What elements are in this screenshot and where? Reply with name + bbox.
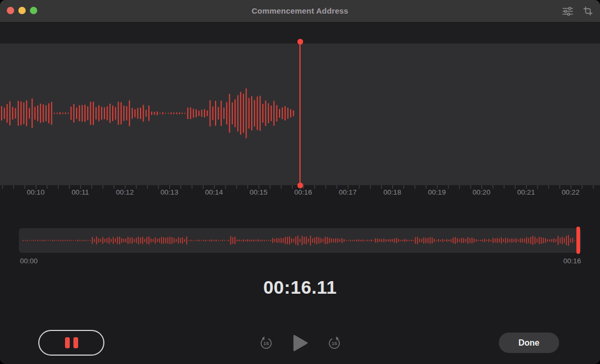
overview-scrubber[interactable] bbox=[19, 228, 581, 253]
voice-memos-window: Commencement Address bbox=[0, 0, 600, 364]
playback-settings-icon[interactable] bbox=[562, 7, 573, 16]
timeline-label: 00:21 bbox=[517, 188, 535, 196]
play-icon bbox=[293, 335, 308, 351]
rewind-15-icon: 15 bbox=[259, 336, 273, 350]
window-title: Commencement Address bbox=[0, 0, 600, 22]
forward-15-icon: 15 bbox=[327, 336, 341, 350]
timeline-label: 00:20 bbox=[473, 188, 490, 196]
title-bar: Commencement Address bbox=[0, 0, 600, 23]
playhead-top-handle[interactable] bbox=[297, 39, 303, 45]
timeline-label: 00:15 bbox=[250, 188, 267, 196]
pause-icon bbox=[73, 337, 78, 348]
forward-15-button[interactable]: 15 bbox=[327, 336, 341, 350]
timeline-label: 00:17 bbox=[339, 188, 357, 196]
svg-text:15: 15 bbox=[263, 341, 269, 346]
done-button[interactable]: Done bbox=[499, 333, 559, 353]
playhead-line bbox=[299, 41, 301, 185]
timeline-label: 00:22 bbox=[562, 188, 580, 196]
play-button[interactable] bbox=[293, 335, 308, 351]
pause-button[interactable] bbox=[38, 330, 104, 356]
timeline-label: 00:12 bbox=[116, 188, 134, 196]
timeline-labels: 00:0900:1000:1100:1200:1300:1400:1500:16… bbox=[0, 188, 600, 199]
timeline-label: 00:16 bbox=[294, 188, 312, 196]
timeline-label: 00:11 bbox=[72, 188, 89, 196]
timeline-label: 00:18 bbox=[383, 188, 401, 196]
rewind-15-button[interactable]: 15 bbox=[259, 336, 273, 350]
timeline-label: 00:10 bbox=[27, 188, 45, 196]
svg-text:15: 15 bbox=[331, 341, 337, 346]
timeline-label: 00:13 bbox=[160, 188, 178, 196]
crop-icon[interactable] bbox=[583, 6, 593, 16]
playhead-bottom-handle[interactable] bbox=[297, 183, 303, 188]
timeline-label: 00:19 bbox=[428, 188, 446, 196]
overview-position-marker[interactable] bbox=[576, 227, 580, 254]
overview-end-time: 00:16 bbox=[563, 257, 581, 265]
elapsed-time-display: 00:16.11 bbox=[0, 277, 600, 298]
overview-start-time: 00:00 bbox=[20, 257, 38, 265]
pause-icon bbox=[65, 337, 70, 348]
timeline-label: 00:14 bbox=[205, 188, 223, 196]
